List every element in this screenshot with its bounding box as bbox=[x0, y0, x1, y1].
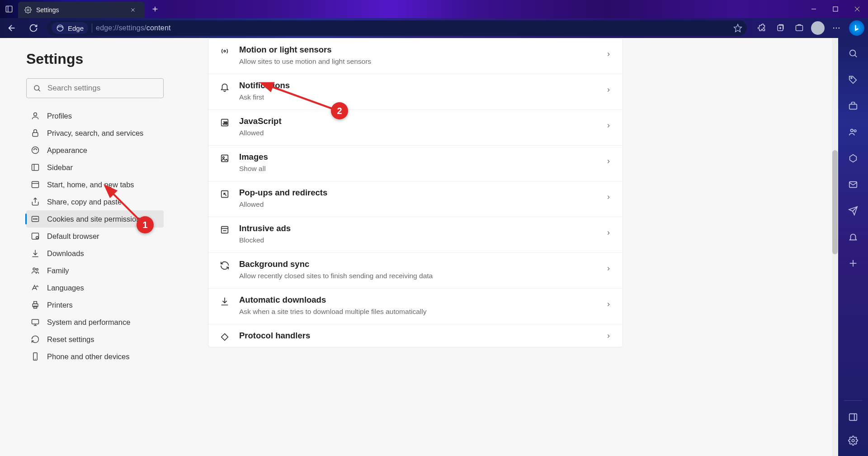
row-intrusive-ads[interactable]: Intrusive ads Blocked bbox=[208, 217, 623, 253]
svg-line-63 bbox=[269, 86, 335, 109]
svg-point-18 bbox=[833, 28, 835, 29]
scrollbar-thumb[interactable] bbox=[832, 150, 838, 254]
refresh-icon bbox=[29, 24, 38, 33]
nav-downloads[interactable]: Downloads bbox=[26, 245, 164, 262]
rail-outlook-button[interactable] bbox=[846, 177, 860, 192]
bing-button[interactable] bbox=[849, 20, 864, 36]
svg-line-65 bbox=[855, 55, 857, 57]
rail-send-button[interactable] bbox=[846, 204, 860, 218]
url-text: edge://settings/content bbox=[96, 24, 171, 32]
new-tab-button[interactable] bbox=[147, 1, 163, 17]
svg-point-39 bbox=[33, 268, 35, 270]
close-tab-button[interactable] bbox=[127, 5, 138, 15]
row-title: Motion or light sensors bbox=[239, 45, 605, 55]
briefcase-icon bbox=[848, 101, 858, 111]
row-sub: Allowed bbox=[239, 129, 605, 137]
js-icon: JS bbox=[219, 117, 230, 128]
nav-family[interactable]: Family bbox=[26, 262, 164, 279]
nav-reset[interactable]: Reset settings bbox=[26, 331, 164, 348]
annotation-callout-2: 2 bbox=[331, 102, 348, 119]
rail-tools-button[interactable] bbox=[846, 99, 860, 113]
nav-label: System and performance bbox=[47, 318, 130, 327]
nav-profiles[interactable]: Profiles bbox=[26, 107, 164, 124]
row-protocol-handlers[interactable]: Protocol handlers bbox=[208, 324, 623, 347]
rail-separator bbox=[844, 400, 862, 401]
plus-icon bbox=[848, 258, 858, 268]
close-window-button[interactable] bbox=[846, 0, 868, 18]
svg-rect-45 bbox=[32, 319, 39, 324]
row-sub: Allowed bbox=[239, 200, 605, 209]
nav-appearance[interactable]: Appearance bbox=[26, 142, 164, 159]
extensions-button[interactable] bbox=[752, 19, 770, 37]
nav-languages[interactable]: Languages bbox=[26, 279, 164, 296]
back-button[interactable] bbox=[4, 20, 20, 36]
url-box[interactable]: Edge edge://settings/content bbox=[47, 20, 747, 36]
content-wrap: Motion or light sensors Allow sites to u… bbox=[181, 38, 838, 456]
svg-point-25 bbox=[32, 147, 39, 154]
lock-icon bbox=[31, 128, 40, 138]
row-images[interactable]: Images Show all bbox=[208, 146, 623, 181]
more-button[interactable] bbox=[827, 19, 845, 37]
svg-rect-44 bbox=[34, 306, 37, 309]
rail-add-button[interactable] bbox=[846, 256, 860, 271]
rail-shopping-button[interactable] bbox=[846, 72, 860, 87]
row-automatic-downloads[interactable]: Automatic downloads Ask when a site trie… bbox=[208, 289, 623, 324]
collections-icon bbox=[776, 24, 785, 33]
toolbar-right bbox=[752, 19, 864, 37]
rail-settings-button[interactable] bbox=[846, 433, 860, 448]
svg-marker-62 bbox=[222, 334, 228, 341]
collections-button[interactable] bbox=[771, 19, 789, 37]
nav-phone[interactable]: Phone and other devices bbox=[26, 348, 164, 365]
svg-point-2 bbox=[27, 9, 29, 11]
window-controls bbox=[803, 0, 868, 18]
settings-search-input[interactable] bbox=[47, 84, 157, 93]
row-title: JavaScript bbox=[239, 116, 605, 126]
svg-line-56 bbox=[224, 193, 226, 196]
row-motion-sensors[interactable]: Motion or light sensors Allow sites to u… bbox=[208, 38, 623, 74]
favorite-button[interactable] bbox=[733, 24, 742, 33]
row-background-sync[interactable]: Background sync Allow recently closed si… bbox=[208, 253, 623, 289]
nav-label: Appearance bbox=[47, 146, 87, 155]
svg-rect-0 bbox=[6, 6, 12, 12]
rail-games-button[interactable] bbox=[846, 125, 860, 139]
nav-system[interactable]: System and performance bbox=[26, 314, 164, 331]
appearance-icon bbox=[31, 146, 40, 155]
refresh-button[interactable] bbox=[25, 20, 42, 36]
rail-notifications-button[interactable] bbox=[846, 230, 860, 244]
window-icon bbox=[31, 180, 40, 189]
arrow-left-icon bbox=[7, 23, 17, 33]
row-title: Background sync bbox=[239, 259, 605, 269]
row-popups[interactable]: Pop-ups and redirects Allowed bbox=[208, 181, 623, 217]
svg-rect-17 bbox=[796, 25, 803, 31]
nav-privacy[interactable]: Privacy, search, and services bbox=[26, 124, 164, 142]
chevron-right-icon bbox=[605, 51, 612, 59]
content-scrollbar[interactable] bbox=[832, 38, 838, 456]
url-separator bbox=[92, 24, 92, 33]
cookies-icon bbox=[31, 214, 40, 223]
browser-tab[interactable]: Settings bbox=[18, 2, 145, 18]
site-identity-pill[interactable]: Edge bbox=[52, 22, 88, 34]
rail-search-button[interactable] bbox=[846, 46, 860, 61]
svg-point-36 bbox=[36, 237, 38, 239]
settings-search[interactable] bbox=[26, 78, 164, 98]
nav-label: Phone and other devices bbox=[47, 352, 130, 361]
nav-sidebar[interactable]: Sidebar bbox=[26, 159, 164, 176]
row-title: Intrusive ads bbox=[239, 223, 605, 233]
dots-icon bbox=[832, 24, 841, 33]
svg-rect-28 bbox=[32, 181, 39, 187]
rail-hide-button[interactable] bbox=[846, 410, 860, 424]
svg-line-22 bbox=[38, 90, 40, 91]
tab-actions-button[interactable] bbox=[0, 0, 18, 18]
maximize-button[interactable] bbox=[825, 0, 846, 18]
nav-printers[interactable]: Printers bbox=[26, 296, 164, 314]
mail-icon bbox=[848, 180, 858, 190]
profile-avatar[interactable] bbox=[811, 21, 825, 35]
rail-office-button[interactable] bbox=[846, 151, 860, 166]
screenshot-button[interactable] bbox=[790, 19, 808, 37]
sidebar-icon bbox=[31, 163, 40, 172]
edge-logo-icon bbox=[56, 24, 64, 32]
search-icon bbox=[33, 84, 41, 92]
svg-point-32 bbox=[33, 218, 34, 219]
svg-point-54 bbox=[222, 157, 224, 158]
minimize-button[interactable] bbox=[803, 0, 825, 18]
